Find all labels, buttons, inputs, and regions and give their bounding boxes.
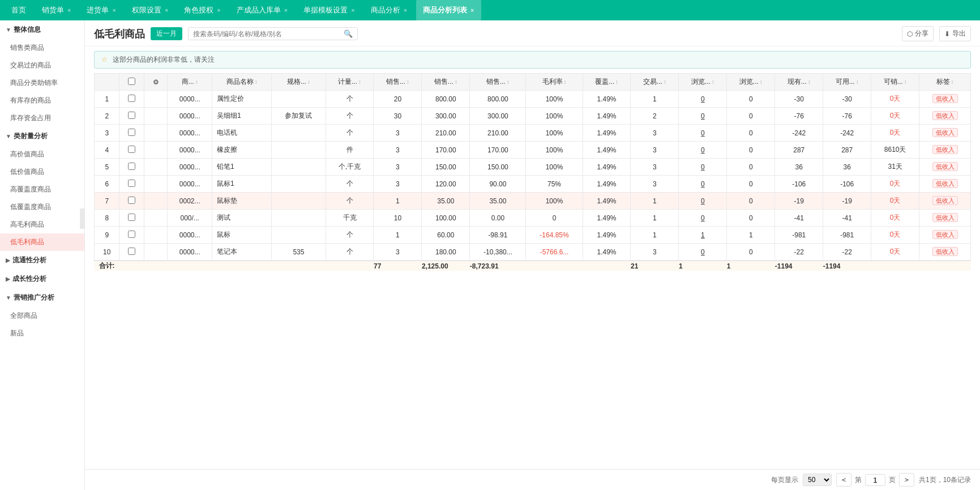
col-checkbox xyxy=(119,74,144,91)
nav-roles[interactable]: 角色授权× xyxy=(177,0,227,20)
row-checkbox[interactable] xyxy=(128,231,135,238)
cell-tag: 低收入 xyxy=(919,193,971,210)
cell-browse1[interactable]: 0 xyxy=(679,125,727,142)
col-sales-amount[interactable]: 销售...↕ xyxy=(470,74,526,91)
col-sales-qty[interactable]: 销售...↕ xyxy=(374,74,422,91)
cell-sales-amount: 150.00 xyxy=(470,159,526,176)
row-checkbox[interactable] xyxy=(128,180,135,187)
sidebar-group-marketing[interactable]: ▼ 营销推广分析 xyxy=(0,288,84,307)
cell-browse1[interactable]: 0 xyxy=(679,108,727,125)
col-coverage[interactable]: 覆盖...↕ xyxy=(583,74,631,91)
cell-saleable: 0天 xyxy=(871,176,919,193)
cell-saleable: 8610天 xyxy=(871,142,919,159)
cell-browse1[interactable]: 1 xyxy=(679,227,727,244)
sidebar-item-stock-capital[interactable]: 库存资金占用 xyxy=(0,109,84,127)
cell-name: 橡皮擦 xyxy=(212,142,271,159)
cell-index: 1 xyxy=(95,91,119,108)
nav-home[interactable]: 首页 xyxy=(5,0,33,20)
cell-browse1[interactable]: 0 xyxy=(679,244,727,261)
col-code[interactable]: 商...↕ xyxy=(168,74,212,91)
sidebar-item-all-goods[interactable]: 全部商品 xyxy=(0,307,84,325)
col-sales-price[interactable]: 销售...↕ xyxy=(422,74,470,91)
col-tag[interactable]: 标签↕ xyxy=(919,74,971,91)
col-browse2[interactable]: 浏览...↕ xyxy=(727,74,775,91)
cell-gross-rate: -164.85% xyxy=(526,227,583,244)
sidebar-group-analysis[interactable]: ▼ 类射量分析 xyxy=(0,127,84,146)
share-button[interactable]: ⬡ 分享 xyxy=(902,26,934,41)
nav-sales[interactable]: 销货单× xyxy=(35,0,78,20)
col-current[interactable]: 现有...↕ xyxy=(775,74,823,91)
sidebar-item-low-profit[interactable]: 低毛利商品 xyxy=(0,233,84,251)
cell-browse1[interactable]: 0 xyxy=(679,210,727,227)
close-template-icon[interactable]: × xyxy=(351,7,354,14)
cell-sales-amount: 300.00 xyxy=(470,108,526,125)
prev-page-button[interactable]: ＜ xyxy=(836,473,851,487)
row-checkbox[interactable] xyxy=(128,197,135,204)
col-spec[interactable]: 规格...↕ xyxy=(272,74,326,91)
cell-unit: 个 xyxy=(326,193,374,210)
filter-recent-month-button[interactable]: 近一月 xyxy=(151,27,182,40)
cell-browse1[interactable]: 0 xyxy=(679,142,727,159)
close-permissions-icon[interactable]: × xyxy=(165,7,168,14)
cell-coverage: 1.49% xyxy=(583,142,631,159)
row-checkbox[interactable] xyxy=(128,146,135,153)
sidebar-item-high-value[interactable]: 高价值商品 xyxy=(0,146,84,163)
sidebar-group-overall[interactable]: ▼ 整体信息 xyxy=(0,20,84,39)
row-checkbox[interactable] xyxy=(128,163,135,170)
cell-browse1[interactable]: 0 xyxy=(679,176,727,193)
col-name[interactable]: 商品名称↕ xyxy=(212,74,271,91)
nav-analysis[interactable]: 商品分析× xyxy=(364,0,414,20)
next-page-button[interactable]: ＞ xyxy=(899,473,914,487)
cell-sales-amount: 90.00 xyxy=(470,176,526,193)
search-input[interactable] xyxy=(193,30,344,38)
col-available[interactable]: 可用...↕ xyxy=(823,74,871,91)
row-checkbox[interactable] xyxy=(128,248,135,255)
page-label-2: 页 xyxy=(889,475,896,485)
cell-browse1[interactable]: 0 xyxy=(679,193,727,210)
close-sales-icon[interactable]: × xyxy=(67,7,71,14)
sidebar-item-low-coverage[interactable]: 低覆盖度商品 xyxy=(0,198,84,216)
sidebar-item-low-value[interactable]: 低价值商品 xyxy=(0,163,84,181)
sidebar-item-traded-goods[interactable]: 交易过的商品 xyxy=(0,57,84,74)
select-all-checkbox[interactable] xyxy=(128,78,135,85)
close-analysis-icon[interactable]: × xyxy=(404,7,407,14)
close-roles-icon[interactable]: × xyxy=(217,7,220,14)
col-browse1[interactable]: 浏览...↕ xyxy=(679,74,727,91)
cell-available: 287 xyxy=(823,142,871,159)
sidebar-item-new-goods[interactable]: 新品 xyxy=(0,325,84,342)
cell-current: -76 xyxy=(775,108,823,125)
sidebar-item-in-stock[interactable]: 有库存的商品 xyxy=(0,92,84,109)
col-transaction[interactable]: 交易...↕ xyxy=(631,74,679,91)
close-purchase-icon[interactable]: × xyxy=(112,7,115,14)
sidebar-item-high-profit[interactable]: 高毛利商品 xyxy=(0,216,84,233)
export-button[interactable]: ⬇ 导出 xyxy=(939,26,971,41)
nav-template[interactable]: 单据模板设置× xyxy=(297,0,361,20)
sidebar-item-category-rate[interactable]: 商品分类助销率 xyxy=(0,74,84,92)
cell-browse1[interactable]: 0 xyxy=(679,91,727,108)
row-checkbox[interactable] xyxy=(128,214,135,221)
col-gross-rate[interactable]: 毛利率↕ xyxy=(526,74,583,91)
nav-analysis-list[interactable]: 商品分析列表× xyxy=(416,0,481,20)
sidebar-item-high-coverage[interactable]: 高覆盖度商品 xyxy=(0,181,84,198)
page-input[interactable] xyxy=(865,474,885,486)
sidebar-group-flow[interactable]: ▶ 流通性分析 xyxy=(0,251,84,270)
cell-gross-rate: 100% xyxy=(526,193,583,210)
nav-product-entry[interactable]: 产成品入库单× xyxy=(230,0,294,20)
row-checkbox[interactable] xyxy=(128,112,135,119)
cell-spec: 参加复试 xyxy=(272,108,326,125)
close-analysis-list-icon[interactable]: × xyxy=(470,7,474,14)
sidebar-item-sales-goods[interactable]: 销售类商品 xyxy=(0,39,84,57)
total-data-row: 合计: 77 2,125.00 -8,723.91 21 1 1 -1194 -… xyxy=(95,261,971,271)
nav-permissions[interactable]: 权限设置× xyxy=(125,0,175,20)
row-checkbox[interactable] xyxy=(128,129,135,136)
page-size-select[interactable]: 50 10 20 100 xyxy=(803,474,832,486)
col-settings: ⚙ xyxy=(144,74,168,91)
close-product-entry-icon[interactable]: × xyxy=(284,7,288,14)
row-checkbox[interactable] xyxy=(128,95,135,102)
col-saleable[interactable]: 可销...↕ xyxy=(871,74,919,91)
col-unit[interactable]: 计量...↕ xyxy=(326,74,374,91)
nav-purchase[interactable]: 进货单× xyxy=(80,0,122,20)
sidebar-collapse-button[interactable]: 《 xyxy=(80,208,85,229)
cell-browse1[interactable]: 0 xyxy=(679,159,727,176)
sidebar-group-growth[interactable]: ▶ 成长性分析 xyxy=(0,270,84,288)
